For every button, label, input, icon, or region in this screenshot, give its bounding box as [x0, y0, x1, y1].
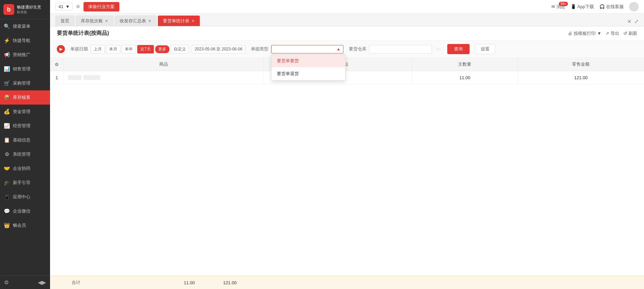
purchase-icon: 🛒	[3, 80, 10, 87]
sidebar-item-enterprise[interactable]: 🤝 企业协同	[0, 161, 50, 176]
settings-icon[interactable]: ⚙	[4, 279, 9, 286]
headset-icon: 🎧	[599, 4, 605, 9]
top-header: 41 ▼ ⚙ 体验行业方案 ✉ 消息 99+ 📱 App下载 🎧 在线客服	[50, 0, 644, 14]
chevron-down-icon: ▼	[597, 31, 601, 36]
filter-expand-btn[interactable]: ▶	[57, 45, 65, 53]
filter-bar: ▶ 单据日期 上月 本月 本年 近7天 更多 自定义 2023-05-06 至 …	[50, 41, 644, 58]
sidebar-item-member[interactable]: 👑 畅会员	[0, 218, 50, 232]
maximize-icon[interactable]: ⤢	[634, 18, 639, 25]
btn-more-dates[interactable]: 更多	[155, 45, 169, 53]
doc-type-select[interactable]: ▲	[271, 45, 343, 53]
sales-icon: 📊	[3, 66, 10, 72]
td-amount: 121.00	[518, 71, 644, 84]
warehouse-select[interactable]	[369, 45, 432, 53]
th-product: 商品	[64, 58, 263, 71]
product-name-placeholder	[68, 75, 81, 80]
btn-this-year[interactable]: 本年	[122, 45, 136, 53]
th-settings[interactable]: ⚙	[50, 58, 64, 71]
sidebar-item-label: 采购管理	[13, 80, 30, 86]
footer-quantity: 11.00	[169, 280, 210, 285]
refresh-btn[interactable]: ↺ 刷新	[623, 30, 637, 37]
btn-last-month[interactable]: 上月	[91, 45, 105, 53]
app-download-label: App下载	[577, 4, 594, 10]
date-range-display[interactable]: 2023-05-06 至 2023-06-06	[192, 45, 245, 53]
select-arrow-up-icon[interactable]: ▲	[334, 47, 343, 51]
tab-label: 库存批次账	[81, 18, 103, 24]
sidebar-item-purchase[interactable]: 🛒 采购管理	[0, 76, 50, 90]
sidebar-item-inventory[interactable]: 📦 库存核算	[0, 90, 50, 105]
sidebar-item-quick-nav[interactable]: ⚡ 快捷导航	[0, 34, 50, 48]
warehouse-filter-group: 要货仓库 ···	[349, 45, 442, 53]
page-content: 要货单统计表(按商品) 🖨 按模板打印 ▼ ↗ 导出 ↺ 刷新 ▶	[50, 26, 644, 289]
sidebar-item-wechat[interactable]: 💬 企业微信	[0, 204, 50, 218]
more-options-icon[interactable]: ···	[435, 46, 442, 52]
close-icon[interactable]: ✕	[148, 19, 151, 23]
header-right: ✉ 消息 99+ 📱 App下载 🎧 在线客服	[551, 2, 639, 12]
sidebar-item-operations[interactable]: 📈 经营管理	[0, 119, 50, 133]
btn-this-month[interactable]: 本月	[106, 45, 120, 53]
header-left: 41 ▼ ⚙ 体验行业方案	[55, 2, 119, 12]
table-header-row: ⚙ 商品 主计量单位 主数量 零售金额	[50, 58, 644, 71]
sidebar-item-marketing[interactable]: 📢 营销推广	[0, 48, 50, 62]
sidebar-item-label: 应用中心	[13, 194, 30, 200]
sidebar-item-label: 销售管理	[13, 66, 30, 72]
sidebar-item-label: 营销推广	[13, 52, 30, 58]
tab-bar: 首页 库存批次账 ✕ 收发存汇总表 ✕ 要货单统计表 ✕ ✕ ⤢	[50, 14, 644, 26]
td-quantity: 11.00	[412, 71, 518, 84]
tab-receipts-summary[interactable]: 收发存汇总表 ✕	[115, 16, 157, 26]
btn-custom-date[interactable]: 自定义	[171, 45, 189, 53]
sidebar-item-basic-info[interactable]: 📋 基础信息	[0, 133, 50, 147]
sidebar-item-app-center[interactable]: 📱 应用中心	[0, 190, 50, 204]
sidebar-item-label: 经营管理	[13, 123, 30, 129]
export-btn[interactable]: ↗ 导出	[605, 30, 619, 37]
tab-order-statistics[interactable]: 要货单统计表 ✕	[158, 16, 200, 26]
enterprise-icon: 🤝	[3, 165, 10, 172]
product-code-placeholder	[84, 75, 100, 80]
online-service-btn[interactable]: 🎧 在线客服	[599, 4, 624, 10]
close-icon[interactable]: ✕	[105, 19, 108, 23]
sidebar-item-guide[interactable]: 🎓 新手引导	[0, 176, 50, 190]
sidebar-item-system[interactable]: ⚙ 系统管理	[0, 147, 50, 161]
page-title: 要货单统计表(按商品)	[57, 30, 109, 37]
tab-label: 收发存汇总表	[120, 18, 146, 24]
tab-label: 首页	[61, 18, 69, 24]
sidebar-item-sales[interactable]: 📊 销售管理	[0, 62, 50, 76]
store-selector[interactable]: 41 ▼	[55, 3, 73, 10]
sidebar-search[interactable]: 🔍 搜索菜单	[0, 19, 50, 34]
warehouse-input[interactable]	[369, 45, 432, 53]
close-icon[interactable]: ✕	[191, 19, 195, 23]
sidebar-item-label: 资金管理	[13, 109, 30, 115]
th-quantity: 主数量	[412, 58, 518, 71]
user-avatar[interactable]	[629, 2, 639, 12]
query-btn[interactable]: 查询	[447, 44, 470, 54]
table-footer: 合计 11.00 121.00	[50, 276, 644, 289]
gear-icon[interactable]: ⚙	[76, 4, 80, 9]
chevron-down-icon: ▼	[65, 4, 70, 9]
footer-label: 合计	[68, 280, 135, 286]
btn-last-7-days[interactable]: 近7天	[137, 45, 154, 53]
dropdown-option-return[interactable]: 要货单退货	[271, 67, 345, 80]
finance-icon: 💰	[3, 108, 10, 115]
messages-btn[interactable]: ✉ 消息 99+	[551, 4, 565, 10]
print-btn[interactable]: 🖨 按模板打印 ▼	[568, 30, 601, 37]
dropdown-option-requisition[interactable]: 要货单要货	[271, 54, 345, 67]
sidebar-item-label: 新手引导	[13, 180, 30, 186]
close-all-icon[interactable]: ✕	[627, 18, 631, 25]
date-range: 上月 本月 本年 近7天 更多 自定义	[91, 45, 189, 53]
app-download-btn[interactable]: 📱 App下载	[571, 4, 594, 10]
tab-home[interactable]: 首页	[55, 16, 74, 26]
sidebar-logo: b 畅捷通好生意 标准版	[0, 0, 50, 19]
sidebar-item-finance[interactable]: 💰 资金管理	[0, 105, 50, 119]
trial-btn[interactable]: 体验行业方案	[84, 2, 119, 12]
page-actions: 🖨 按模板打印 ▼ ↗ 导出 ↺ 刷新	[568, 30, 637, 37]
guide-icon: 🎓	[3, 179, 10, 186]
doc-type-input[interactable]	[271, 45, 334, 53]
tab-label: 要货单统计表	[163, 18, 189, 24]
inventory-icon: 📦	[3, 94, 10, 101]
collapse-icon[interactable]: ◀▶	[38, 279, 46, 286]
tab-inventory-batch[interactable]: 库存批次账 ✕	[76, 16, 113, 26]
app-center-icon: 📱	[3, 194, 10, 200]
setting-btn[interactable]: 设置	[475, 44, 495, 54]
doc-type-label: 单据类型	[251, 46, 268, 52]
messages-badge: 99+	[559, 2, 568, 6]
